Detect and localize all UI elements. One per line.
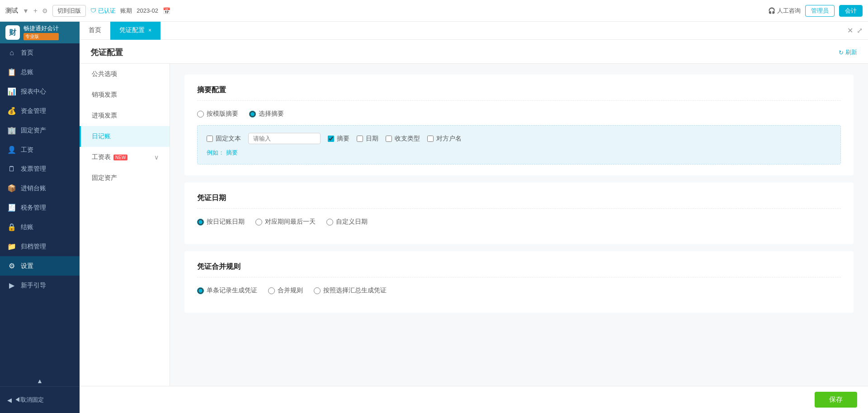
sidebar-item-report[interactable]: 📊 报表中心 bbox=[0, 82, 80, 101]
sidebar-item-close[interactable]: 🔒 结账 bbox=[0, 217, 80, 237]
voucher-merge-radio-group: 单条记录生成凭证 合并规则 按照选择汇总生成凭证 bbox=[197, 286, 841, 295]
template-summary-option[interactable]: 按模版摘要 bbox=[197, 110, 238, 118]
income-type-checkbox-option[interactable]: 收支类型 bbox=[386, 135, 420, 143]
inner-layout: 公共选项 销项发票 进项发票 日记账 工资表 NEW ∨ bbox=[80, 64, 868, 386]
expand-icon[interactable]: ⤢ bbox=[857, 26, 863, 35]
period-last-day-radio[interactable] bbox=[255, 219, 262, 225]
sidebar-item-ledger[interactable]: 📋 总账 bbox=[0, 62, 80, 82]
sidebar-item-settings[interactable]: ⚙ 设置 bbox=[0, 256, 80, 276]
refresh-button[interactable]: ↻ 刷新 bbox=[839, 48, 857, 56]
sidebar-item-label: 发票管理 bbox=[21, 165, 46, 173]
summary-config-box: 固定文本 摘要 日期 bbox=[197, 125, 841, 164]
template-summary-radio[interactable] bbox=[197, 111, 204, 117]
tab-home[interactable]: 首页 bbox=[80, 22, 110, 40]
merge-rule-radio[interactable] bbox=[268, 287, 275, 294]
add-icon[interactable]: + bbox=[33, 7, 38, 15]
sidebar-scroll: ⌂ 首页 📋 总账 📊 报表中心 💰 资金管理 🏢 固定资产 👤 工资 bbox=[0, 43, 80, 375]
custom-date-option[interactable]: 自定义日期 bbox=[326, 218, 368, 226]
payroll-icon: 👤 bbox=[7, 145, 16, 154]
left-nav-item-fixed-asset[interactable]: 固定资产 bbox=[80, 168, 170, 188]
sidebar-item-payroll[interactable]: 👤 工资 bbox=[0, 140, 80, 160]
expand-nav-icon: ∨ bbox=[154, 154, 159, 161]
select-merge-option[interactable]: 按照选择汇总生成凭证 bbox=[314, 286, 387, 295]
save-button[interactable]: 保存 bbox=[815, 392, 857, 408]
sidebar-bottom: ◀ ◀取消固定 bbox=[0, 386, 80, 413]
calendar-icon[interactable]: 📅 bbox=[163, 7, 170, 14]
tab-voucher-config[interactable]: 凭证配置 × bbox=[110, 22, 160, 40]
tab-bar: 首页 凭证配置 × ✕ ⤢ bbox=[80, 22, 868, 40]
left-nav-item-payroll-table[interactable]: 工资表 NEW ∨ bbox=[80, 147, 170, 168]
cancel-fixed-button[interactable]: ◀ ◀取消固定 bbox=[0, 391, 80, 408]
service-button[interactable]: 🎧 人工咨询 bbox=[768, 7, 801, 15]
content-area: 首页 凭证配置 × ✕ ⤢ 凭证配置 ↻ 刷新 公共选项 bbox=[80, 22, 868, 413]
right-content: 摘要配置 按模版摘要 选择摘要 bbox=[170, 64, 868, 386]
sidebar-item-label: 归档管理 bbox=[21, 243, 46, 251]
sidebar-item-label: 税务管理 bbox=[21, 204, 46, 212]
pro-badge: 专业版 bbox=[24, 33, 59, 40]
switch-version-button[interactable]: 切到旧版 bbox=[52, 5, 86, 17]
left-nav-item-purchase-invoice[interactable]: 进项发票 bbox=[80, 105, 170, 126]
select-summary-radio[interactable] bbox=[249, 111, 256, 117]
close-tab-icon[interactable]: × bbox=[148, 27, 151, 33]
sidebar-item-label: 报表中心 bbox=[21, 88, 46, 96]
sidebar-item-invoice[interactable]: 🗒 发票管理 bbox=[0, 160, 80, 178]
select-summary-option[interactable]: 选择摘要 bbox=[249, 110, 284, 118]
sidebar-item-asset[interactable]: 🏢 固定资产 bbox=[0, 121, 80, 140]
logo-text: 畅捷通好会计 bbox=[24, 25, 59, 33]
fixed-text-checkbox[interactable] bbox=[207, 136, 213, 142]
chevron-down-icon[interactable]: ▼ bbox=[23, 7, 29, 14]
left-nav-item-public[interactable]: 公共选项 bbox=[80, 64, 170, 84]
sidebar-item-label: 资金管理 bbox=[21, 107, 46, 115]
tab-bar-actions: ✕ ⤢ bbox=[847, 26, 868, 35]
period-last-day-option[interactable]: 对应期间最后一天 bbox=[255, 218, 316, 226]
custom-date-radio[interactable] bbox=[326, 219, 333, 225]
sidebar: 财 畅捷通好会计 专业版 ⌂ 首页 📋 总账 📊 报表中心 💰 资金管理 bbox=[0, 22, 80, 413]
left-nav: 公共选项 销项发票 进项发票 日记账 工资表 NEW ∨ bbox=[80, 64, 170, 386]
summary-checkbox-option[interactable]: 摘要 bbox=[328, 135, 349, 143]
merge-rule-option[interactable]: 合并规则 bbox=[268, 286, 303, 295]
sidebar-item-home[interactable]: ⌂ 首页 bbox=[0, 43, 80, 62]
summary-config-section: 摘要配置 按模版摘要 选择摘要 bbox=[184, 75, 854, 175]
sidebar-item-label: 结账 bbox=[21, 223, 33, 231]
summary-checkbox[interactable] bbox=[328, 136, 334, 142]
journal-date-radio[interactable] bbox=[197, 219, 204, 225]
single-record-option[interactable]: 单条记录生成凭证 bbox=[197, 286, 257, 295]
sidebar-item-label: 工资 bbox=[21, 146, 33, 154]
accountant-button[interactable]: 会计 bbox=[839, 5, 863, 17]
page-header: 凭证配置 ↻ 刷新 bbox=[80, 40, 868, 64]
sidebar-item-label: 设置 bbox=[21, 262, 33, 270]
gear-icon[interactable]: ⚙ bbox=[42, 7, 48, 14]
certified-badge: 🛡 已认证 bbox=[90, 7, 116, 15]
date-checkbox[interactable] bbox=[357, 136, 363, 142]
voucher-date-section: 凭证日期 按日记账日期 对应期间最后一天 自定义日期 bbox=[184, 183, 854, 244]
close-window-icon[interactable]: ✕ bbox=[847, 26, 853, 35]
date-checkbox-option[interactable]: 日期 bbox=[357, 135, 378, 143]
sidebar-item-label: 总账 bbox=[21, 68, 33, 76]
sidebar-logo: 财 畅捷通好会计 专业版 bbox=[0, 22, 80, 43]
tax-icon: 🧾 bbox=[7, 203, 16, 212]
report-icon: 📊 bbox=[7, 87, 16, 96]
select-merge-radio[interactable] bbox=[314, 287, 321, 294]
logo-icon: 财 bbox=[5, 25, 20, 40]
voucher-merge-section: 凭证合并规则 单条记录生成凭证 合并规则 按照选择汇总生成凭证 bbox=[184, 251, 854, 313]
cancel-fixed-label: ◀取消固定 bbox=[14, 396, 44, 404]
ledger-icon: 📋 bbox=[7, 68, 16, 76]
sidebar-item-archive[interactable]: 📁 归档管理 bbox=[0, 237, 80, 256]
sidebar-item-guide[interactable]: ▶ 新手引导 bbox=[0, 276, 80, 295]
fixed-text-input[interactable] bbox=[248, 133, 321, 144]
sidebar-item-trade[interactable]: 📦 进销台账 bbox=[0, 178, 80, 198]
income-type-checkbox[interactable] bbox=[386, 136, 392, 142]
left-nav-item-sales-invoice[interactable]: 销项发票 bbox=[80, 84, 170, 105]
page-title: 凭证配置 bbox=[90, 47, 123, 58]
admin-button[interactable]: 管理员 bbox=[805, 5, 835, 17]
left-nav-item-journal[interactable]: 日记账 bbox=[80, 126, 170, 147]
sidebar-item-tax[interactable]: 🧾 税务管理 bbox=[0, 198, 80, 217]
summary-config-title: 摘要配置 bbox=[197, 85, 841, 101]
sidebar-scroll-up-button[interactable]: ▲ bbox=[0, 375, 80, 386]
journal-date-option[interactable]: 按日记账日期 bbox=[197, 218, 245, 226]
counterpart-checkbox-option[interactable]: 对方户名 bbox=[427, 135, 462, 143]
single-record-radio[interactable] bbox=[197, 287, 204, 294]
fixed-text-checkbox-option[interactable]: 固定文本 bbox=[207, 135, 241, 143]
counterpart-checkbox[interactable] bbox=[427, 136, 434, 142]
sidebar-item-fund[interactable]: 💰 资金管理 bbox=[0, 101, 80, 121]
